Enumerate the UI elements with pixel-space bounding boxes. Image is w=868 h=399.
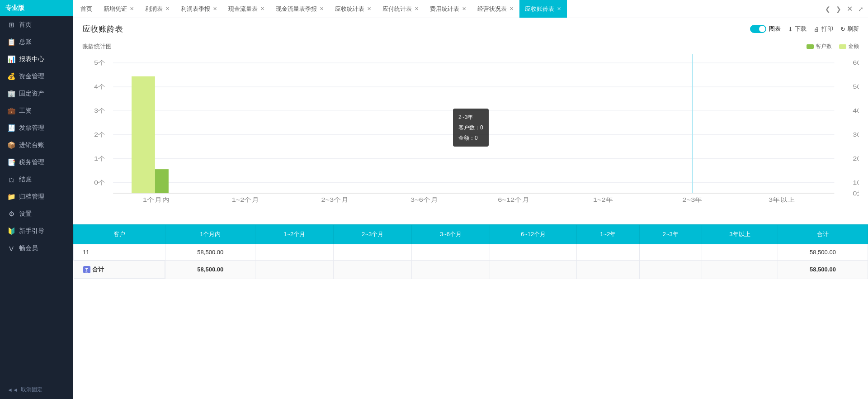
table-row: 11 58,500.00 58,500.00 xyxy=(74,244,868,261)
sidebar-label-salary: 工资 xyxy=(19,107,32,115)
table-area: 客户 1个月内 1~2个月 2~3个月 3~6个月 6~12个月 1~2年 2~… xyxy=(73,224,868,399)
chart-toggle-label: 图表 xyxy=(769,25,781,33)
table-footer-row: ∑ 合计 58,500.00 58,500.00 xyxy=(74,261,868,279)
legend-customers: 客户数 xyxy=(807,43,832,50)
svg-text:20,000.00元: 20,000.00元 xyxy=(853,156,859,162)
sidebar-label-inventory: 进销台账 xyxy=(19,141,44,149)
footer-2-3y xyxy=(639,261,702,279)
sidebar-item-salary[interactable]: 💼工资 xyxy=(0,102,73,119)
refresh-btn[interactable]: ↻ 刷新 xyxy=(840,25,859,33)
sidebar: 专业版 ⊞首页📋总账📊报表中心💰资金管理🏢固定资产💼工资🧾发票管理📦进销台账📑税… xyxy=(0,0,73,399)
svg-text:4个: 4个 xyxy=(94,84,106,90)
col-3-6m: 3~6个月 xyxy=(412,225,490,244)
tab-voucher[interactable]: 新增凭证✕ xyxy=(98,0,140,18)
sum-icon: ∑ xyxy=(83,266,90,273)
cell-customer-0: 11 xyxy=(74,244,165,261)
sidebar-item-assets[interactable]: 🏢固定资产 xyxy=(0,85,73,102)
tab-bar: 首页新增凭证✕利润表✕利润表季报✕现金流量表✕现金流量表季报✕应收统计表✕应付统… xyxy=(73,0,868,18)
footer-over3y xyxy=(702,261,778,279)
page-actions: 图表 ⬇ 下载 🖨 打印 ↻ 刷新 xyxy=(750,25,859,33)
tab-operation-stat[interactable]: 经营状况表✕ xyxy=(472,0,519,18)
tab-payable-stat[interactable]: 应付统计表✕ xyxy=(377,0,425,18)
print-btn[interactable]: 🖨 打印 xyxy=(814,25,833,33)
sidebar-item-archive[interactable]: 📁归档管理 xyxy=(0,188,73,205)
chart-container: 5个 4个 3个 2个 1个 0个 60,000.00元 50,000.00元 … xyxy=(82,54,859,217)
tab-prev-btn[interactable]: ❮ xyxy=(822,0,833,18)
sidebar-item-reports[interactable]: 📊报表中心 xyxy=(0,51,73,68)
cell-2-3m-0 xyxy=(334,244,412,261)
tab-close-operation-stat[interactable]: ✕ xyxy=(509,6,514,12)
sidebar-icon-assets: 🏢 xyxy=(7,90,15,98)
sidebar-icon-invoice: 🧾 xyxy=(7,124,15,132)
footer-6-12m xyxy=(490,261,577,279)
cell-1-2y-0 xyxy=(577,244,639,261)
tab-close-profit-quarter[interactable]: ✕ xyxy=(213,6,217,12)
sidebar-item-inventory[interactable]: 📦进销台账 xyxy=(0,137,73,154)
tab-close-receivable-aging[interactable]: ✕ xyxy=(557,6,561,12)
sidebar-item-funds[interactable]: 💰资金管理 xyxy=(0,68,73,85)
footer-3-6m xyxy=(412,261,490,279)
tab-cashflow[interactable]: 现金流量表✕ xyxy=(223,0,270,18)
sidebar-item-invoice[interactable]: 🧾发票管理 xyxy=(0,119,73,137)
cell-over3y-0 xyxy=(702,244,778,261)
chart-svg: 5个 4个 3个 2个 1个 0个 60,000.00元 50,000.00元 … xyxy=(82,54,859,217)
sidebar-item-guide[interactable]: 🔰新手引导 xyxy=(0,223,73,240)
sidebar-item-settle[interactable]: 🗂结账 xyxy=(0,171,73,188)
sidebar-item-settings[interactable]: ⚙设置 xyxy=(0,205,73,223)
col-customer: 客户 xyxy=(74,225,165,244)
sidebar-footer[interactable]: ◄◄ 取消固定 xyxy=(0,380,73,399)
svg-text:0元: 0元 xyxy=(853,190,859,197)
tab-next-btn[interactable]: ❯ xyxy=(833,0,844,18)
sidebar-label-funds: 资金管理 xyxy=(19,72,44,81)
tab-close-receivable-stat[interactable]: ✕ xyxy=(367,6,371,12)
tab-receivable-stat[interactable]: 应收统计表✕ xyxy=(330,0,377,18)
sidebar-icon-funds: 💰 xyxy=(7,72,15,81)
download-btn[interactable]: ⬇ 下载 xyxy=(788,25,807,33)
footer-2-3m xyxy=(334,261,412,279)
tab-receivable-aging[interactable]: 应收账龄表✕ xyxy=(519,0,567,18)
sidebar-item-tax[interactable]: 📑税务管理 xyxy=(0,154,73,171)
tab-close-profit[interactable]: ✕ xyxy=(165,6,170,12)
main-area: 首页新增凭证✕利润表✕利润表季报✕现金流量表✕现金流量表季报✕应收统计表✕应付统… xyxy=(73,0,868,399)
footer-1-2m xyxy=(255,261,334,279)
svg-text:60,000.00元: 60,000.00元 xyxy=(853,60,859,66)
cell-6-12m-0 xyxy=(490,244,577,261)
tab-close-voucher[interactable]: ✕ xyxy=(130,6,134,12)
sidebar-item-home[interactable]: ⊞首页 xyxy=(0,16,73,33)
svg-text:1~2年: 1~2年 xyxy=(593,197,613,203)
tab-close-payable-stat[interactable]: ✕ xyxy=(415,6,419,12)
tab-cashflow-quarter[interactable]: 现金流量表季报✕ xyxy=(270,0,330,18)
chart-toggle[interactable]: 图表 xyxy=(750,25,781,33)
tab-close-all-btn[interactable]: ✕ xyxy=(844,5,855,13)
sidebar-label-reports: 报表中心 xyxy=(19,55,44,63)
col-6-12m: 6~12个月 xyxy=(490,225,577,244)
tab-label-voucher: 新增凭证 xyxy=(104,5,127,13)
tab-close-cashflow-quarter[interactable]: ✕ xyxy=(320,6,324,12)
tab-expense-stat[interactable]: 费用统计表✕ xyxy=(425,0,472,18)
legend-customer-color xyxy=(807,44,814,49)
cell-2-3y-0 xyxy=(639,244,702,261)
tab-home[interactable]: 首页 xyxy=(75,0,98,18)
sidebar-icon-archive: 📁 xyxy=(7,193,15,201)
svg-text:2~3个月: 2~3个月 xyxy=(321,197,349,203)
tab-label-home: 首页 xyxy=(80,5,92,13)
sidebar-icon-inventory: 📦 xyxy=(7,141,15,149)
sidebar-icon-member: V xyxy=(7,245,15,252)
tab-close-cashflow[interactable]: ✕ xyxy=(260,6,264,12)
footer-1-2y xyxy=(577,261,639,279)
legend-amount-color xyxy=(839,44,846,49)
sidebar-item-ledger[interactable]: 📋总账 xyxy=(0,33,73,51)
sidebar-icon-ledger: 📋 xyxy=(7,38,15,46)
footer-label: ∑ 合计 xyxy=(74,261,165,279)
svg-text:3年以上: 3年以上 xyxy=(769,197,795,203)
sidebar-item-member[interactable]: V畅会员 xyxy=(0,240,73,257)
svg-text:1个月内: 1个月内 xyxy=(143,197,170,203)
tab-profit-quarter[interactable]: 利润表季报✕ xyxy=(175,0,223,18)
chart-legend: 客户数 金额 xyxy=(807,43,859,50)
tab-expand-btn[interactable]: ⤢ xyxy=(855,5,866,13)
sidebar-label-tax: 税务管理 xyxy=(19,158,44,166)
pin-icon: ◄◄ xyxy=(7,387,18,393)
toggle-thumb xyxy=(759,26,765,32)
tab-close-expense-stat[interactable]: ✕ xyxy=(462,6,466,12)
tab-profit[interactable]: 利润表✕ xyxy=(140,0,175,18)
